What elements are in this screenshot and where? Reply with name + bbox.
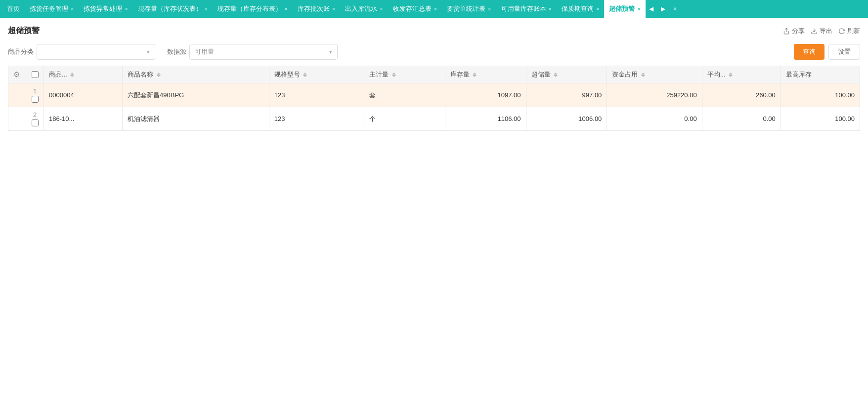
td-overstock: 997.00 <box>526 83 607 107</box>
th-unit: 主计量 <box>364 66 445 83</box>
datasource-filter: 数据源 可用量 ▾ <box>167 44 338 60</box>
td-name: 六配套新昌490BPG <box>123 83 269 107</box>
close-icon[interactable]: × <box>434 6 437 12</box>
nav-item-expiry[interactable]: 保质期查询 × <box>557 0 604 18</box>
td-stock: 1106.00 <box>445 107 526 131</box>
row-number: 1 <box>33 87 37 95</box>
select-all-checkbox[interactable] <box>32 71 39 78</box>
category-label: 商品分类 <box>8 47 34 56</box>
nav-item-order-stats[interactable]: 要货单统计表 × <box>442 0 496 18</box>
td-max-stock: 100.00 <box>781 107 860 131</box>
row-checkbox[interactable] <box>32 96 39 103</box>
refresh-button[interactable]: 刷新 <box>838 27 860 36</box>
page-header: 超储预警 分享 导出 刷新 <box>8 26 860 36</box>
th-checkbox <box>26 66 44 83</box>
close-icon[interactable]: × <box>637 6 640 12</box>
share-button[interactable]: 分享 <box>783 27 805 36</box>
datasource-select[interactable]: 可用量 ▾ <box>189 44 338 60</box>
td-settings <box>8 107 26 131</box>
gear-icon[interactable]: ⚙ <box>13 70 20 79</box>
th-overstock: 超储量 <box>526 66 607 83</box>
sort-icon[interactable] <box>70 73 74 77</box>
sort-icon[interactable] <box>392 73 396 77</box>
sort-icon[interactable] <box>554 73 558 77</box>
th-max-stock: 最高库存 <box>781 66 860 83</box>
row-number: 2 <box>33 111 37 118</box>
nav-close-arrow[interactable]: × <box>669 0 681 18</box>
close-icon[interactable]: × <box>380 6 383 12</box>
setting-button[interactable]: 设置 <box>828 44 860 60</box>
export-button[interactable]: 导出 <box>811 27 832 36</box>
sort-icon[interactable] <box>473 73 477 77</box>
page-container: 超储预警 分享 导出 刷新 商品分类 ▾ 数据源 <box>0 18 868 395</box>
nav-item-overstock[interactable]: 超储预警 × <box>604 0 645 18</box>
th-code: 商品... <box>44 66 123 83</box>
table-header: ⚙ 商品... 商品名称 <box>8 66 860 83</box>
nav-right-arrow[interactable]: ▶ <box>657 0 669 18</box>
nav-item-collect[interactable]: 收发存汇总表 × <box>388 0 442 18</box>
td-row-num: 2 <box>26 107 44 131</box>
category-filter: 商品分类 ▾ <box>8 44 155 60</box>
td-spec: 123 <box>269 107 364 131</box>
nav-left-arrow[interactable]: ◀ <box>646 0 657 18</box>
close-icon[interactable]: × <box>596 6 599 12</box>
td-capital: 0.00 <box>607 107 702 131</box>
nav-bar: 首页 拣货任务管理 × 拣货异常处理 × 现存量（库存状况表） × 现存量（库存… <box>0 0 868 18</box>
row-checkbox[interactable] <box>32 119 39 126</box>
datasource-label: 数据源 <box>167 47 186 56</box>
td-max-stock: 100.00 <box>781 83 860 107</box>
td-avg: 0.00 <box>702 107 781 131</box>
share-icon <box>783 28 790 35</box>
td-name: 机油滤清器 <box>123 107 269 131</box>
nav-item-stock-dist[interactable]: 现存量（库存分布表） × <box>213 0 292 18</box>
sort-icon[interactable] <box>303 73 307 77</box>
th-name: 商品名称 <box>123 66 269 83</box>
export-icon <box>811 28 818 35</box>
filter-buttons: 查询 设置 <box>794 44 860 60</box>
header-actions: 分享 导出 刷新 <box>783 27 860 36</box>
td-capital: 259220.00 <box>607 83 702 107</box>
query-button[interactable]: 查询 <box>794 44 825 60</box>
td-settings <box>8 83 26 107</box>
th-capital: 资金占用 <box>607 66 702 83</box>
td-unit: 套 <box>364 83 445 107</box>
nav-item-abnormal[interactable]: 拣货异常处理 × <box>79 0 132 18</box>
nav-item-inout[interactable]: 出入库流水 × <box>340 0 388 18</box>
td-stock: 1097.00 <box>445 83 526 107</box>
td-avg: 260.00 <box>702 83 781 107</box>
td-code: 186-10... <box>44 107 123 131</box>
close-icon[interactable]: × <box>205 6 208 12</box>
close-icon[interactable]: × <box>125 6 128 12</box>
nav-item-stock-status[interactable]: 现存量（库存状况表） × <box>133 0 213 18</box>
th-spec: 规格型号 <box>269 66 364 83</box>
page-title: 超储预警 <box>8 26 40 36</box>
category-select[interactable]: ▾ <box>37 44 155 60</box>
th-avg: 平均... <box>702 66 781 83</box>
table-body: 1 0000004 六配套新昌490BPG 123 套 1097.00 997.… <box>8 83 860 131</box>
data-table: ⚙ 商品... 商品名称 <box>8 66 860 131</box>
table-row: 1 0000004 六配套新昌490BPG 123 套 1097.00 997.… <box>8 83 860 107</box>
sort-icon[interactable] <box>157 73 161 77</box>
close-icon[interactable]: × <box>71 6 74 12</box>
td-code: 0000004 <box>44 83 123 107</box>
th-settings: ⚙ <box>8 66 26 83</box>
td-spec: 123 <box>269 83 364 107</box>
sort-icon[interactable] <box>729 73 733 77</box>
close-icon[interactable]: × <box>488 6 491 12</box>
td-row-num: 1 <box>26 83 44 107</box>
refresh-icon <box>838 28 845 35</box>
nav-item-batch[interactable]: 库存批次账 × <box>293 0 340 18</box>
filter-row: 商品分类 ▾ 数据源 可用量 ▾ 查询 设置 <box>8 44 860 60</box>
table-row: 2 186-10... 机油滤清器 123 个 1106.00 1006.00 … <box>8 107 860 131</box>
chevron-down-icon: ▾ <box>329 49 332 55</box>
sort-icon[interactable] <box>641 73 645 77</box>
close-icon[interactable]: × <box>549 6 552 12</box>
nav-item-tasks[interactable]: 拣货任务管理 × <box>25 0 79 18</box>
th-stock: 库存量 <box>445 66 526 83</box>
td-overstock: 1006.00 <box>526 107 607 131</box>
close-icon[interactable]: × <box>332 6 335 12</box>
td-unit: 个 <box>364 107 445 131</box>
nav-item-home[interactable]: 首页 <box>2 0 25 18</box>
close-icon[interactable]: × <box>284 6 287 12</box>
nav-item-available[interactable]: 可用量库存账本 × <box>496 0 557 18</box>
